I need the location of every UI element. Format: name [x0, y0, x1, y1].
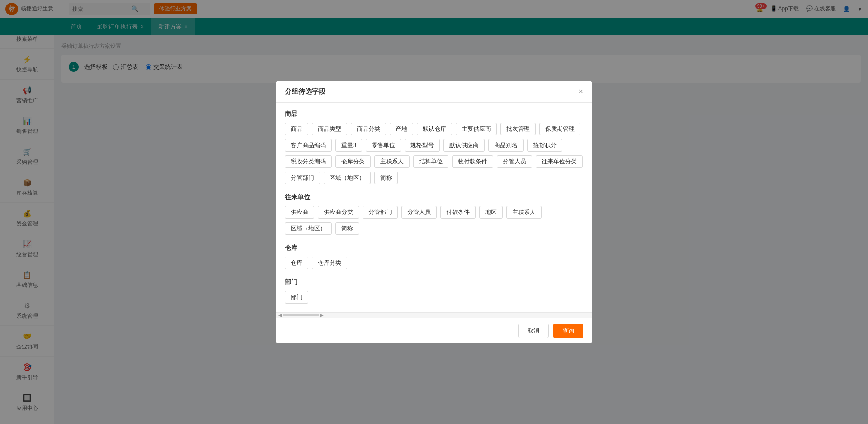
field-tax-code[interactable]: 税收分类编码 [285, 155, 332, 168]
section-department-title: 部门 [285, 278, 583, 286]
field-payment-cond[interactable]: 付款条件 [440, 206, 476, 219]
modal-overlay: 分组待选字段 × 商品 商品 商品类型 商品分类 产地 默认仓库 主要供应商 批… [0, 0, 868, 424]
section-warehouse-title: 仓库 [285, 244, 583, 252]
field-supplier[interactable]: 供应商 [285, 206, 314, 219]
modal-footer: 取消 查询 [276, 318, 592, 343]
modal-close-btn[interactable]: × [578, 87, 583, 95]
field-partner-contact[interactable]: 主联系人 [506, 206, 542, 219]
field-department[interactable]: 部门 [285, 291, 308, 304]
modal-header: 分组待选字段 × [276, 81, 592, 103]
field-origin[interactable]: 产地 [390, 123, 413, 135]
section-department: 部门 部门 [285, 278, 583, 304]
field-settlement-unit[interactable]: 结算单位 [413, 155, 448, 168]
field-main-contact[interactable]: 主联系人 [374, 155, 410, 168]
section-goods: 商品 商品 商品类型 商品分类 产地 默认仓库 主要供应商 批次管理 保质期管理… [285, 110, 583, 184]
field-pick-points[interactable]: 拣货积分 [527, 139, 562, 152]
warehouse-fields: 仓库 仓库分类 [285, 257, 583, 269]
field-payment-terms[interactable]: 收付款条件 [452, 155, 493, 168]
hscroll-left-arrow[interactable]: ◀ [278, 313, 283, 318]
field-goods-type[interactable]: 商品类型 [312, 123, 347, 135]
section-partner: 往来单位 供应商 供应商分类 分管部门 分管人员 付款条件 地区 主联系人 区域… [285, 193, 583, 235]
field-short-name[interactable]: 简称 [374, 172, 398, 184]
field-partner-category[interactable]: 往来单位分类 [536, 155, 583, 168]
modal: 分组待选字段 × 商品 商品 商品类型 商品分类 产地 默认仓库 主要供应商 批… [276, 81, 592, 343]
field-goods[interactable]: 商品 [285, 123, 308, 135]
hscroll-right-arrow[interactable]: ▶ [319, 313, 325, 318]
modal-hscroll[interactable]: ◀ ▶ [276, 312, 592, 318]
field-region[interactable]: 区域（地区） [324, 172, 371, 184]
field-customer-sku[interactable]: 客户商品编码 [285, 139, 332, 152]
field-main-supplier[interactable]: 主要供应商 [456, 123, 497, 135]
field-default-supplier[interactable]: 默认供应商 [443, 139, 485, 152]
partner-fields: 供应商 供应商分类 分管部门 分管人员 付款条件 地区 主联系人 区域（地区） … [285, 206, 583, 235]
section-goods-title: 商品 [285, 110, 583, 118]
field-weight3[interactable]: 重量3 [335, 139, 362, 152]
field-partner-dept[interactable]: 分管部门 [363, 206, 398, 219]
modal-title: 分组待选字段 [285, 87, 326, 96]
field-partner-region[interactable]: 区域（地区） [285, 222, 332, 235]
goods-fields: 商品 商品类型 商品分类 产地 默认仓库 主要供应商 批次管理 保质期管理 客户… [285, 123, 583, 184]
field-warehouse[interactable]: 仓库 [285, 257, 308, 269]
field-shelf-life[interactable]: 保质期管理 [539, 123, 580, 135]
field-retail-unit[interactable]: 零售单位 [366, 139, 401, 152]
field-supplier-category[interactable]: 供应商分类 [318, 206, 359, 219]
section-partner-title: 往来单位 [285, 193, 583, 201]
field-default-warehouse[interactable]: 默认仓库 [417, 123, 452, 135]
field-spec-model[interactable]: 规格型号 [405, 139, 440, 152]
field-goods-alias[interactable]: 商品别名 [488, 139, 524, 152]
field-partner-short[interactable]: 简称 [335, 222, 359, 235]
section-warehouse: 仓库 仓库 仓库分类 [285, 244, 583, 269]
modal-body: 商品 商品 商品类型 商品分类 产地 默认仓库 主要供应商 批次管理 保质期管理… [276, 103, 592, 312]
field-partner-supervisor[interactable]: 分管人员 [401, 206, 437, 219]
dept-fields: 部门 [285, 291, 583, 304]
modal-confirm-btn[interactable]: 查询 [553, 324, 583, 338]
hscroll-bar[interactable] [283, 314, 319, 316]
field-warehouse-cat[interactable]: 仓库分类 [312, 257, 347, 269]
modal-cancel-btn[interactable]: 取消 [518, 324, 549, 338]
field-warehouse-category[interactable]: 仓库分类 [335, 155, 371, 168]
field-dept[interactable]: 分管部门 [285, 172, 320, 184]
field-supervisor[interactable]: 分管人员 [497, 155, 532, 168]
field-goods-category[interactable]: 商品分类 [351, 123, 386, 135]
field-area[interactable]: 地区 [479, 206, 503, 219]
field-batch-mgmt[interactable]: 批次管理 [500, 123, 536, 135]
